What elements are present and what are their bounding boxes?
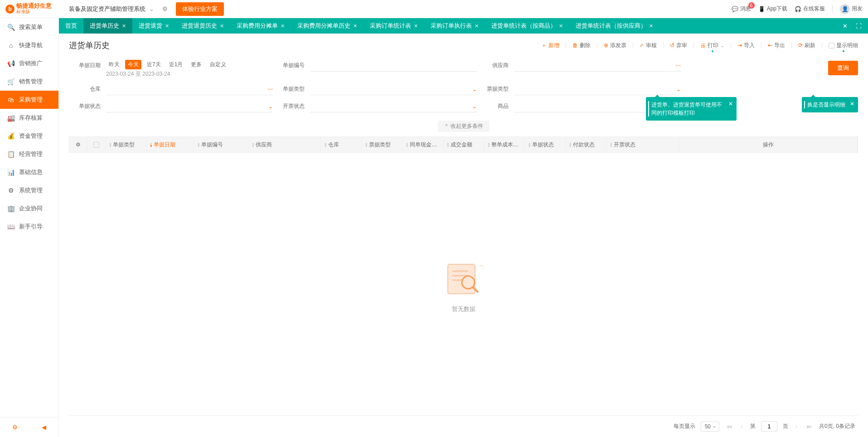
- col-warehouse[interactable]: ▴▾仓库: [321, 137, 362, 152]
- close-icon[interactable]: ✕: [122, 23, 126, 29]
- close-icon[interactable]: ✕: [281, 23, 285, 29]
- chevron-down-icon[interactable]: ⌄: [472, 103, 477, 110]
- col-ticket-type[interactable]: ▴▾票据类型: [362, 137, 402, 152]
- sidebar-item[interactable]: 🛒销售管理: [0, 73, 58, 91]
- system-selector[interactable]: 装备及固定资产辅助管理系统 ⌄: [69, 5, 158, 13]
- date-preset[interactable]: 近7天: [144, 60, 164, 69]
- collapse-sidebar-icon[interactable]: ◀: [42, 424, 46, 431]
- tab[interactable]: 进货退货✕: [132, 18, 175, 34]
- delete-button[interactable]: 🗑删除: [572, 42, 591, 49]
- col-invoice-status[interactable]: ▴▾开票状态: [606, 137, 679, 152]
- close-icon[interactable]: ✕: [475, 23, 479, 29]
- sidebar-item[interactable]: ⌂快捷导航: [0, 36, 58, 54]
- prev-page-button[interactable]: ‹: [739, 422, 745, 431]
- ticket-type-input[interactable]: [514, 86, 676, 92]
- sidebar-item[interactable]: 🏢企业协同: [0, 199, 58, 218]
- import-button[interactable]: ⇥导入: [737, 42, 755, 49]
- logo: b 畅捷通好生意 标准版: [5, 3, 60, 15]
- invoice-status-input[interactable]: [310, 103, 472, 110]
- next-page-button[interactable]: ›: [794, 422, 799, 431]
- export-button[interactable]: ⇤导出: [768, 42, 785, 49]
- chevron-down-icon[interactable]: ⌄: [268, 103, 273, 110]
- close-all-tabs-icon[interactable]: ✕: [839, 20, 851, 32]
- sidebar-item[interactable]: 📊基础信息: [0, 163, 58, 181]
- close-icon[interactable]: ✕: [220, 23, 224, 29]
- refresh-button[interactable]: ⟳刷新: [798, 42, 815, 49]
- audit-button[interactable]: ✓审核: [640, 42, 657, 49]
- col-bill-date[interactable]: ▴▾单据日期: [146, 137, 194, 152]
- sidebar-item[interactable]: 🏭库存核算: [0, 109, 58, 127]
- per-page-select[interactable]: 50: [701, 422, 719, 432]
- tab[interactable]: 进货单历史✕: [83, 18, 132, 34]
- trash-icon: 🗑: [572, 42, 578, 49]
- tab[interactable]: 采购订单执行表✕: [424, 18, 485, 34]
- col-bill-status[interactable]: ▴▾单据状态: [525, 137, 566, 152]
- print-button[interactable]: 🖨打印⌄: [700, 42, 724, 49]
- tab[interactable]: 进货退货历史✕: [175, 18, 230, 34]
- chevron-up-icon: ⌃: [444, 123, 449, 130]
- online-service-button[interactable]: 🎧 在线客服: [795, 5, 825, 13]
- ellipsis-icon[interactable]: ⋯: [267, 86, 273, 92]
- sidebar-item[interactable]: 📖新手引导: [0, 218, 58, 236]
- col-pay-status[interactable]: ▴▾付款状态: [566, 137, 606, 152]
- col-deal-amount[interactable]: ▴▾成交金额: [443, 137, 484, 152]
- supplier-input[interactable]: [514, 63, 675, 69]
- sidebar-item[interactable]: 🔍搜索菜单: [0, 18, 58, 36]
- bill-no-input[interactable]: [310, 63, 477, 69]
- col-bill-no[interactable]: ▴▾单据编号: [194, 137, 248, 152]
- gear-icon[interactable]: ⚙: [162, 5, 168, 12]
- page-input[interactable]: [761, 421, 777, 432]
- settings-col-header[interactable]: ⚙: [69, 137, 87, 152]
- date-preset[interactable]: 今天: [125, 60, 141, 69]
- date-preset[interactable]: 更多: [188, 60, 204, 69]
- sidebar-item[interactable]: ⚙系统管理: [0, 181, 58, 199]
- close-icon[interactable]: ✕: [353, 23, 357, 29]
- close-icon[interactable]: ✕: [414, 23, 418, 29]
- col-bill-type[interactable]: ▴▾单据类型: [106, 137, 146, 152]
- fullscreen-icon[interactable]: ⛶: [853, 20, 864, 32]
- close-icon[interactable]: ✕: [728, 100, 733, 108]
- col-supplier[interactable]: ▴▾供应商: [248, 137, 321, 152]
- ellipsis-icon[interactable]: ⋯: [675, 63, 681, 69]
- tab[interactable]: 进货单统计表（按供应商）✕: [569, 18, 659, 34]
- message-button[interactable]: 💬 消息 6: [732, 5, 751, 13]
- bill-status-input[interactable]: [106, 103, 268, 110]
- date-preset[interactable]: 昨天: [106, 60, 122, 69]
- col-cash[interactable]: ▴▾同单现金…: [402, 137, 443, 152]
- collapse-filters-button[interactable]: ⌃收起更多条件: [438, 121, 490, 132]
- last-page-button[interactable]: ⏭: [805, 422, 814, 431]
- tab[interactable]: 首页: [59, 18, 83, 34]
- settings-icon[interactable]: ⚙: [12, 424, 18, 431]
- unaudit-button[interactable]: ↺弃审: [670, 42, 687, 49]
- user-menu[interactable]: 👤 用友: [840, 4, 863, 14]
- col-cost[interactable]: ▴▾整单成本…: [484, 137, 525, 152]
- close-icon[interactable]: ✕: [850, 100, 854, 108]
- tab[interactable]: 进货单统计表（按商品）✕: [485, 18, 569, 34]
- close-icon[interactable]: ✕: [559, 23, 563, 29]
- tab[interactable]: 采购费用分摊单历史✕: [291, 18, 364, 34]
- tab[interactable]: 采购费用分摊单✕: [230, 18, 291, 34]
- date-preset[interactable]: 自定义: [207, 60, 229, 69]
- empty-icon: [436, 255, 491, 301]
- sidebar-item[interactable]: 💰资金管理: [0, 127, 58, 145]
- sidebar-item[interactable]: 🛍采购管理: [0, 91, 58, 109]
- chevron-down-icon[interactable]: ⌄: [472, 86, 477, 92]
- warehouse-input[interactable]: [106, 86, 267, 92]
- tab[interactable]: 采购订单统计表✕: [364, 18, 424, 34]
- checkbox-col-header[interactable]: [87, 137, 106, 152]
- show-detail-toggle[interactable]: 显示明细: [829, 42, 858, 49]
- search-button[interactable]: 查询: [828, 61, 858, 75]
- close-icon[interactable]: ✕: [165, 23, 169, 29]
- sidebar-item[interactable]: 📋经营管理: [0, 145, 58, 163]
- add-invoice-button[interactable]: ⊕添发票: [604, 42, 626, 49]
- sidebar-item-icon: 🛒: [7, 78, 15, 85]
- sidebar-item[interactable]: 📢营销推广: [0, 54, 58, 73]
- bill-type-input[interactable]: [310, 86, 472, 92]
- chevron-down-icon[interactable]: ⌄: [676, 86, 681, 92]
- app-download-button[interactable]: 📱 App下载: [758, 5, 787, 13]
- date-preset[interactable]: 近1月: [166, 60, 186, 69]
- add-button[interactable]: ＋新增: [541, 42, 559, 49]
- experience-button[interactable]: 体验行业方案: [176, 2, 224, 16]
- first-page-button[interactable]: ⏮: [725, 422, 734, 431]
- close-icon[interactable]: ✕: [649, 23, 653, 29]
